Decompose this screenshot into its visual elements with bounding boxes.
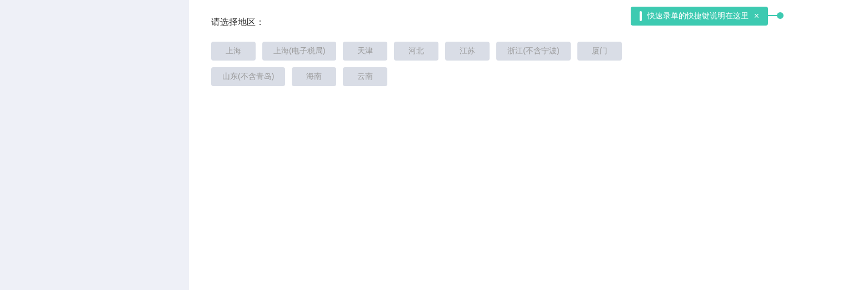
tooltip-banner: 快速录单的快捷键说明在这里 × — [631, 7, 768, 26]
region-button-zhejiang[interactable]: 浙江(不含宁波) — [496, 42, 570, 61]
region-button-tianjin[interactable]: 天津 — [343, 42, 387, 61]
region-button-yunnan[interactable]: 云南 — [343, 67, 387, 86]
tooltip-text: 快速录单的快捷键说明在这里 — [647, 11, 749, 21]
region-button-hainan[interactable]: 海南 — [292, 67, 336, 86]
main-content: 请选择地区： 上海上海(电子税局)天津河北江苏浙江(不含宁波)厦门 山东(不含青… — [189, 0, 868, 290]
region-button-hebei[interactable]: 河北 — [394, 42, 438, 61]
region-button-shandong[interactable]: 山东(不含青岛) — [211, 67, 285, 86]
tooltip-bar — [640, 11, 642, 21]
sidebar — [0, 0, 189, 290]
tooltip-connector-dot — [777, 12, 784, 19]
region-row-2: 山东(不含青岛)海南云南 — [211, 67, 846, 86]
region-button-jiangsu[interactable]: 江苏 — [445, 42, 490, 61]
region-button-shanghai-etax[interactable]: 上海(电子税局) — [262, 42, 336, 61]
region-button-xiamen[interactable]: 厦门 — [577, 42, 622, 61]
region-row-1: 上海上海(电子税局)天津河北江苏浙江(不含宁波)厦门 — [211, 42, 846, 61]
tooltip-close-button[interactable]: × — [754, 12, 759, 21]
region-button-shanghai[interactable]: 上海 — [211, 42, 256, 61]
